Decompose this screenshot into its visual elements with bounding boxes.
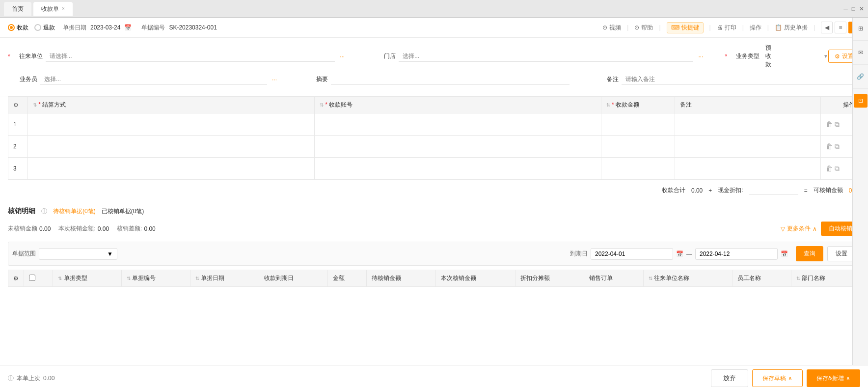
- store-more-btn[interactable]: ···: [696, 53, 705, 60]
- calendar-to-icon[interactable]: 📅: [781, 251, 788, 257]
- play-icon: ⊙: [602, 24, 607, 31]
- sidebar-divider-2: [853, 64, 868, 65]
- diff-stat: 核销差额: 0.00: [117, 224, 156, 233]
- prev-view-icon[interactable]: ◀: [821, 22, 833, 33]
- close-tab-icon[interactable]: ×: [62, 2, 65, 16]
- unchecked-label: 未核销金额: [8, 224, 37, 233]
- operations-btn[interactable]: 操作: [750, 24, 761, 32]
- sidebar-screenshot-icon[interactable]: ⊡: [854, 94, 868, 108]
- store-input[interactable]: [399, 51, 693, 62]
- tab-current[interactable]: 收款单 ×: [33, 2, 73, 16]
- row-amount-3[interactable]: [601, 158, 675, 180]
- nuclear-section: 核销明细 ⓘ 待核销单据(0笔) 已核销单据(0笔) 未核销金额 0.00 本次…: [0, 201, 868, 293]
- help-icon: ⊙: [634, 24, 639, 31]
- receipt-radio[interactable]: [8, 24, 15, 31]
- pending-tab[interactable]: 待核销单据(0笔): [53, 207, 96, 216]
- print-label: 打印: [725, 24, 736, 32]
- minimize-icon[interactable]: ─: [843, 5, 848, 12]
- staff-field: 业务员 ···: [8, 74, 279, 85]
- amount-label: 收款金额: [616, 101, 639, 108]
- row-remark-3[interactable]: [675, 158, 820, 180]
- summary-input[interactable]: [331, 74, 570, 85]
- counterpart-input[interactable]: [46, 51, 335, 62]
- row-remark-2[interactable]: [675, 136, 820, 158]
- form-row-2: 业务员 ··· 摘要 备注: [8, 74, 860, 85]
- calendar-icon[interactable]: 📅: [124, 24, 132, 31]
- current-value: 0.00: [98, 225, 109, 232]
- counterpart-more-btn[interactable]: ···: [338, 53, 347, 60]
- refund-option[interactable]: 退款: [34, 24, 55, 32]
- main-content: 收款 退款 单据日期 2023-03-24 📅 单据编号 SK-20230324…: [0, 18, 868, 391]
- tab-home[interactable]: 首页: [4, 2, 31, 16]
- select-all-checkbox[interactable]: [29, 275, 35, 281]
- row-amount-2[interactable]: [601, 136, 675, 158]
- date-range: 📅 — 📅: [591, 248, 788, 260]
- row-account-1[interactable]: [314, 113, 601, 136]
- sidebar-attachment-icon[interactable]: 🔗: [854, 70, 868, 84]
- more-conditions-btn[interactable]: ▽ 更多条件 ∧: [781, 224, 817, 233]
- table-row: 2 🗑 ⧉: [8, 136, 860, 158]
- row-account-2[interactable]: [314, 136, 601, 158]
- receipt-option[interactable]: 收款: [8, 24, 28, 32]
- dropdown-arrow: ▼: [107, 251, 113, 257]
- unchecked-value: 0.00: [39, 225, 51, 232]
- video-btn[interactable]: ⊙ 视频: [602, 24, 621, 32]
- delete-icon-3[interactable]: 🗑: [826, 165, 833, 172]
- table-settings-icon-2[interactable]: ⚙: [13, 275, 19, 282]
- keyboard-icon: ⌨: [671, 24, 679, 31]
- row-settlement-3[interactable]: [28, 158, 315, 180]
- save-new-button[interactable]: 保存&新增 ∧: [807, 369, 860, 387]
- list-view-icon[interactable]: ≡: [835, 22, 846, 33]
- maximize-icon[interactable]: □: [852, 5, 855, 12]
- query-button[interactable]: 查询: [796, 246, 823, 261]
- number-label: 单据编号: [141, 24, 165, 32]
- staff-input[interactable]: [40, 74, 267, 85]
- due-date-label: 到期日: [570, 250, 588, 258]
- store-label: 门店: [366, 52, 396, 60]
- filter-settings-btn[interactable]: 设置: [827, 246, 856, 261]
- done-tab[interactable]: 已核销单据(0笔): [102, 207, 144, 216]
- info-icon[interactable]: ⓘ: [41, 207, 47, 216]
- help-btn[interactable]: ⊙ 帮助: [634, 24, 653, 32]
- save-draft-button[interactable]: 保存草稿 ∧: [752, 369, 803, 387]
- col-amount-header: ⇅ * 收款金额: [601, 97, 675, 113]
- business-dropdown-icon[interactable]: ▼: [823, 54, 828, 59]
- date-from-input[interactable]: [591, 248, 673, 260]
- remark-input[interactable]: [622, 74, 860, 85]
- table-settings-icon[interactable]: ⚙: [13, 102, 19, 109]
- toolbar-right: ⊙ 视频 | ⊙ 帮助 | ⌨ 快捷键 | 🖨 打印 | 操作 |: [602, 22, 860, 33]
- sidebar-table-icon[interactable]: ⊞: [854, 22, 868, 35]
- diff-value: 0.00: [144, 225, 155, 232]
- filter-icon: ▽: [781, 225, 785, 232]
- col-counterpart-header: ⇅ 往来单位名称: [643, 270, 732, 287]
- refund-radio[interactable]: [34, 24, 41, 31]
- delete-icon-2[interactable]: 🗑: [826, 142, 833, 150]
- col-settlement-header: ⇅ * 结算方式: [28, 97, 315, 113]
- discount-input[interactable]: [749, 186, 798, 195]
- calendar-from-icon[interactable]: 📅: [676, 251, 683, 257]
- info-icon-footer[interactable]: ⓘ: [8, 374, 14, 383]
- row-remark-1[interactable]: [675, 113, 820, 136]
- abandon-button[interactable]: 放弃: [711, 369, 748, 387]
- range-dropdown[interactable]: ▼: [39, 248, 117, 260]
- row-account-3[interactable]: [314, 158, 601, 180]
- sidebar-mail-icon[interactable]: ✉: [854, 46, 868, 59]
- date-to-input[interactable]: [695, 248, 778, 260]
- history-btn[interactable]: 📋 历史单据: [775, 24, 808, 32]
- close-window-icon[interactable]: ✕: [859, 5, 864, 12]
- row-settlement-2[interactable]: [28, 136, 315, 158]
- col-due-header: 收款到期日: [259, 270, 328, 287]
- shortcut-btn[interactable]: ⌨ 快捷键: [667, 22, 704, 33]
- copy-icon-2[interactable]: ⧉: [835, 142, 840, 151]
- staff-more-btn[interactable]: ···: [270, 76, 279, 83]
- discount-label: 现金折扣:: [718, 186, 743, 195]
- row-amount-1[interactable]: [601, 113, 675, 136]
- col-amount-header-2: 金额: [328, 270, 366, 287]
- row-settlement-1[interactable]: [28, 113, 315, 136]
- copy-icon-1[interactable]: ⧉: [835, 120, 840, 129]
- print-btn[interactable]: 🖨 打印: [717, 24, 736, 32]
- copy-icon-3[interactable]: ⧉: [835, 165, 840, 173]
- summary-field: 摘要: [298, 74, 570, 85]
- table-container: ⚙ ⇅ * 结算方式 ⇅ * 收款账号 ⇅ * 收款: [0, 96, 868, 180]
- delete-icon-1[interactable]: 🗑: [826, 120, 833, 128]
